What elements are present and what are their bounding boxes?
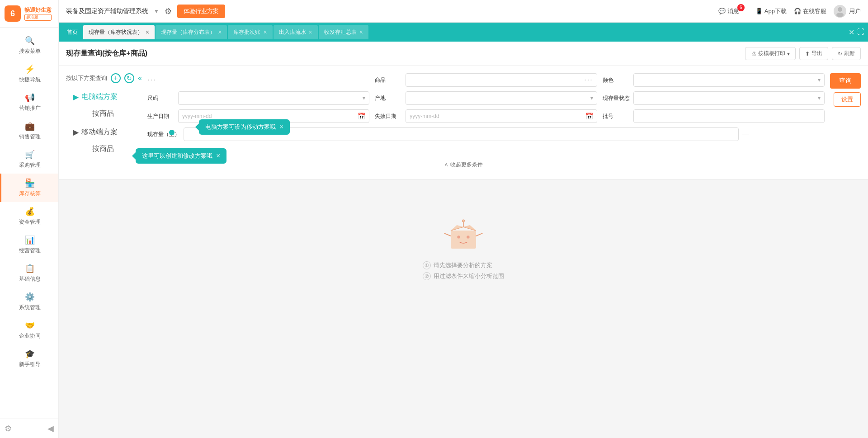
sidebar-item-quick[interactable]: ⚡ 快捷导航 — [0, 60, 58, 88]
inventory-icon: 🏪 — [25, 178, 35, 188]
produce-date-label: 生产日期 — [147, 113, 175, 120]
tab-close-inout-flow[interactable]: × — [309, 28, 312, 36]
chevron-right-icon: ▶ — [73, 93, 79, 101]
tooltip-edit-close[interactable]: × — [216, 152, 220, 160]
empty-illustration — [441, 216, 486, 254]
setting-button[interactable]: 设置 — [834, 92, 861, 107]
filter-item-warehouse: ··· — [147, 76, 369, 84]
tooltip-desktop-close[interactable]: × — [279, 123, 283, 131]
empty-tip-1: ① 请先选择要分析的方案 — [423, 261, 504, 269]
filter-content: ··· 商品 ··· 颜色 — [147, 73, 825, 157]
sidebar-item-marketing[interactable]: 📢 营销推广 — [0, 88, 58, 117]
refresh-button[interactable]: ↻ 刷新 — [832, 47, 861, 60]
desktop-solution-items: 按商品 — [66, 105, 144, 122]
logo-line1: 畅通好生意 — [24, 6, 52, 14]
sidebar-item-label: 销售管理 — [19, 133, 41, 141]
size-label: 尺码 — [147, 94, 175, 102]
tab-close-all-icon[interactable]: ✕ — [849, 28, 854, 37]
tab-inout-flow[interactable]: 出入库流水 × — [274, 25, 318, 39]
sidebar-item-label: 资金管理 — [19, 218, 41, 226]
desktop-solution-toggle[interactable]: ▶ 电脑端方案 — [66, 89, 144, 105]
query-button[interactable]: 查询 — [830, 73, 861, 89]
sidebar-item-guide[interactable]: 🎓 新手引导 — [0, 344, 58, 373]
dot-indicator — [169, 130, 175, 135]
stock-main-max-spacer — [752, 127, 825, 141]
produce-date-calendar-icon: 📅 — [358, 113, 365, 120]
app-download-label: App下载 — [764, 7, 787, 15]
overflow-dots-1[interactable]: ··· — [147, 76, 156, 84]
logo-badge: 标准版 — [24, 14, 52, 21]
filter-label: 按以下方案查询 — [66, 74, 107, 82]
search-icon: 🔍 — [25, 36, 35, 46]
range-dash: — — [742, 131, 749, 138]
expire-date-calendar-icon: 📅 — [585, 113, 593, 120]
product-select[interactable]: ··· — [406, 73, 597, 87]
mobile-solution-toggle[interactable]: ▶ 移动端方案 — [66, 124, 144, 141]
sidebar-item-label: 搜索菜单 — [19, 47, 41, 55]
export-button[interactable]: ⬆ 导出 — [799, 47, 828, 60]
notification-item[interactable]: 💬 消息 6 — [718, 7, 748, 15]
top-header: 装备及固定资产辅助管理系统 ▼ ⚙ 体验行业方案 💬 消息 6 📱 App下载 … — [59, 0, 868, 23]
app-download-item[interactable]: 📱 App下载 — [755, 7, 787, 15]
svg-point-7 — [462, 220, 465, 222]
sidebar-item-purchase[interactable]: 🛒 采购管理 — [0, 145, 58, 174]
desktop-sub-item-1[interactable]: 按商品 — [75, 105, 144, 122]
notification-badge: 6 — [737, 4, 745, 11]
origin-label: 产地 — [375, 94, 402, 102]
page-content: 现存量查询(按仓库+商品) 🖨 按模板打印 ▾ ⬆ 导出 ↻ 刷新 — [59, 42, 868, 438]
origin-select[interactable]: ▾ — [406, 91, 597, 105]
filter-add-button[interactable]: + — [111, 73, 121, 83]
user-info[interactable]: 用户 — [834, 5, 861, 18]
expire-date-input[interactable]: yyyy-mm-dd 📅 — [406, 109, 597, 123]
sidebar-item-enterprise[interactable]: 🤝 企业协同 — [0, 316, 58, 344]
experience-button[interactable]: 体验行业方案 — [177, 5, 225, 18]
batch-no-label: 批号 — [603, 113, 630, 120]
batch-no-input[interactable] — [633, 109, 825, 123]
tooltip-desktop-text: 电脑方案可设为移动方案哦 — [205, 123, 276, 131]
tab-close-batch-account[interactable]: × — [263, 28, 267, 36]
online-support-item[interactable]: 🎧 在线客服 — [794, 7, 826, 15]
sidebar-item-base[interactable]: 📋 基础信息 — [0, 259, 58, 287]
filter-arrow-button[interactable]: « — [138, 74, 142, 82]
filter-item-color: 颜色 ▾ — [603, 73, 825, 87]
system-dropdown[interactable]: ▼ — [154, 8, 159, 14]
template-print-button[interactable]: 🖨 按模板打印 ▾ — [745, 47, 796, 60]
settings-bottom-icon[interactable]: ⚙ — [5, 424, 12, 433]
color-label: 颜色 — [603, 76, 630, 84]
filter-section: 电脑方案可设为移动方案哦 × 这里可以创建和修改方案哦 × 按以下方案查询 + … — [59, 66, 868, 180]
color-select[interactable]: ▾ — [633, 73, 825, 87]
collapse-sidebar-icon[interactable]: ◀ — [47, 424, 54, 433]
filter-refresh-button[interactable]: ↻ — [124, 73, 134, 83]
sidebar-item-search[interactable]: 🔍 搜索菜单 — [0, 31, 58, 60]
tip-text-2: 用过滤条件来缩小分析范围 — [434, 272, 504, 280]
sidebar-item-system[interactable]: ⚙️ 系统管理 — [0, 287, 58, 316]
stock-status-select[interactable]: ▾ — [633, 91, 825, 105]
tab-inventory-status[interactable]: 现存量（库存状况表） × — [83, 25, 155, 39]
size-select[interactable]: ▾ — [178, 91, 369, 105]
sidebar-item-label: 营销推广 — [19, 104, 41, 112]
sidebar-item-sales[interactable]: 💼 销售管理 — [0, 117, 58, 145]
tab-close-inventory-status[interactable]: × — [146, 28, 149, 36]
tip-text-1: 请先选择要分析的方案 — [434, 261, 492, 269]
sidebar-item-operations[interactable]: 📊 经营管理 — [0, 231, 58, 259]
tab-inventory-dist[interactable]: 现存量（库存分布表） × — [156, 25, 227, 39]
operations-icon: 📊 — [25, 235, 35, 245]
settings-header-icon[interactable]: ⚙ — [165, 6, 172, 16]
tab-close-collect-summary[interactable]: × — [359, 28, 363, 36]
tab-collect-summary[interactable]: 收发存汇总表 × — [319, 25, 368, 39]
tab-home[interactable]: 首页 — [62, 28, 82, 36]
product-label: 商品 — [375, 76, 402, 84]
tab-batch-account[interactable]: 库存批次账 × — [228, 25, 272, 39]
tab-maximize-icon[interactable]: ⛶ — [857, 28, 864, 37]
tab-close-inventory-dist[interactable]: × — [218, 28, 222, 36]
sidebar: 6 畅通好生意 标准版 🔍 搜索菜单 ⚡ 快捷导航 📢 营销推广 💼 销售管理 … — [0, 0, 59, 438]
header-left: 装备及固定资产辅助管理系统 ▼ ⚙ 体验行业方案 — [66, 5, 225, 18]
sidebar-item-inventory[interactable]: 🏪 库存核算 — [0, 174, 58, 202]
notification-icon: 💬 — [718, 8, 726, 14]
tooltip-edit: 这里可以创建和修改方案哦 × — [136, 148, 226, 164]
svg-point-2 — [836, 13, 844, 17]
sidebar-item-finance[interactable]: 💰 资金管理 — [0, 202, 58, 231]
overflow-dots-2[interactable]: ··· — [584, 76, 593, 84]
stock-status-select-arrow: ▾ — [818, 95, 821, 101]
page-actions: 🖨 按模板打印 ▾ ⬆ 导出 ↻ 刷新 — [745, 47, 861, 60]
